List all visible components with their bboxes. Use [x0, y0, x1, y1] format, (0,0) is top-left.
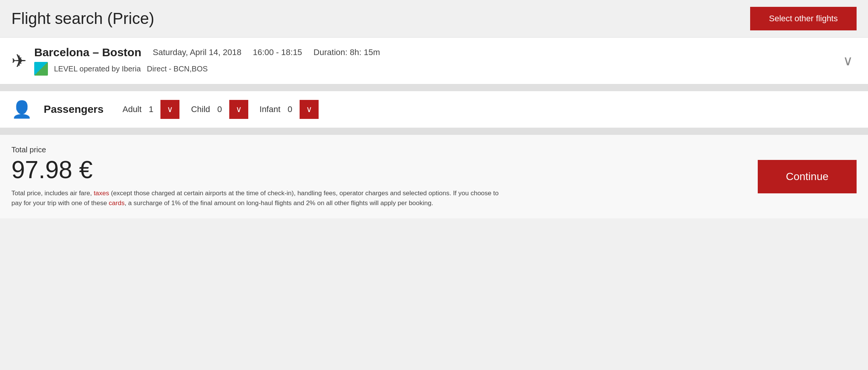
chevron-down-icon: ∨: [167, 104, 173, 114]
infant-count: 0: [284, 104, 296, 114]
price-note-end: , a surcharge of 1% of the final amount …: [125, 199, 433, 207]
total-price-label: Total price: [11, 145, 506, 154]
child-dropdown-button[interactable]: ∨: [229, 100, 248, 119]
infant-group: Infant 0 ∨: [260, 100, 319, 119]
divider-1: [0, 85, 868, 91]
chevron-down-icon-infant: ∨: [306, 104, 312, 114]
header: Flight search (Price) Select other fligh…: [0, 0, 868, 38]
select-other-flights-button[interactable]: Select other flights: [750, 7, 857, 30]
price-section: Total price 97.98 € Total price, include…: [0, 135, 868, 218]
flight-details: Barcelona – Boston Saturday, April 14, 2…: [34, 46, 380, 76]
flight-date: Saturday, April 14, 2018: [153, 47, 241, 57]
price-left: Total price 97.98 € Total price, include…: [11, 145, 506, 208]
adult-dropdown-button[interactable]: ∨: [160, 100, 179, 119]
flight-connection: Direct - BCN,BOS: [147, 65, 208, 73]
flight-route: Barcelona – Boston: [34, 46, 141, 59]
passengers-section: 👤 Passengers Adult 1 ∨ Child 0 ∨ Infant …: [0, 91, 868, 129]
adult-count: 1: [145, 104, 157, 114]
cards-link[interactable]: cards: [109, 199, 125, 207]
adult-group: Adult 1 ∨: [122, 100, 179, 119]
flight-left: ✈ Barcelona – Boston Saturday, April 14,…: [11, 46, 380, 76]
flight-main-row: Barcelona – Boston Saturday, April 14, 2…: [34, 46, 380, 59]
divider-2: [0, 129, 868, 135]
airline-name: LEVEL operated by Iberia: [54, 65, 141, 73]
child-label: Child: [191, 104, 210, 114]
flight-time: 16:00 - 18:15: [253, 47, 302, 57]
airline-logo: [34, 62, 48, 76]
taxes-link[interactable]: taxes: [94, 190, 109, 197]
plane-icon: ✈: [11, 50, 27, 71]
child-group: Child 0 ∨: [191, 100, 248, 119]
chevron-down-icon-child: ∨: [236, 104, 242, 114]
flight-sub-row: LEVEL operated by Iberia Direct - BCN,BO…: [34, 62, 380, 76]
flight-duration: Duration: 8h: 15m: [314, 47, 380, 57]
flight-expand-icon[interactable]: ∨: [843, 53, 853, 69]
infant-label: Infant: [260, 104, 281, 114]
infant-dropdown-button[interactable]: ∨: [300, 100, 319, 119]
price-note-before-taxes: Total price, includes air fare,: [11, 190, 94, 197]
child-count: 0: [214, 104, 225, 114]
price-note: Total price, includes air fare, taxes (e…: [11, 188, 506, 208]
page-title: Flight search (Price): [11, 9, 154, 28]
flight-info-section: ✈ Barcelona – Boston Saturday, April 14,…: [0, 38, 868, 85]
adult-label: Adult: [122, 104, 141, 114]
passengers-label: Passengers: [44, 103, 103, 115]
continue-button[interactable]: Continue: [758, 160, 857, 193]
total-price-value: 97.98 €: [11, 156, 506, 184]
person-icon: 👤: [11, 100, 32, 119]
